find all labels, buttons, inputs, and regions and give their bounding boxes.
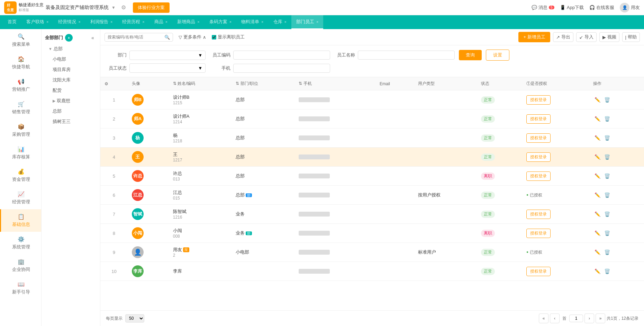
- dept-collapse-btn[interactable]: «: [89, 34, 97, 42]
- cell-auth[interactable]: 授权登录: [522, 224, 589, 243]
- phone-input[interactable]: [233, 64, 330, 73]
- edit-btn[interactable]: ✏️: [593, 249, 602, 256]
- set-btn[interactable]: 设置: [486, 50, 509, 61]
- search-input[interactable]: [108, 35, 163, 39]
- search-btn[interactable]: 查询: [459, 50, 482, 60]
- import-btn[interactable]: ↙ 导入: [576, 32, 597, 42]
- edit-btn[interactable]: ✏️: [593, 134, 602, 141]
- sidebar-item-management[interactable]: 📈 经营管理: [0, 187, 41, 209]
- prev-page-btn[interactable]: ‹: [550, 314, 560, 323]
- tab-operation[interactable]: 经营情况 ×: [53, 15, 85, 29]
- sidebar-item-guide[interactable]: 📖 新手引导: [0, 277, 41, 299]
- auth-login-btn[interactable]: 授权登录: [526, 267, 551, 276]
- dept-add-btn[interactable]: +: [65, 34, 73, 42]
- cell-auth[interactable]: 授权登录: [522, 129, 589, 148]
- gear-icon[interactable]: ⚙: [121, 4, 126, 11]
- delete-btn[interactable]: 🗑️: [603, 96, 611, 103]
- delete-btn[interactable]: 🗑️: [603, 249, 611, 256]
- page-number-input[interactable]: [569, 315, 583, 322]
- auth-login-btn[interactable]: 授权登录: [526, 95, 551, 105]
- delete-btn[interactable]: 🗑️: [603, 211, 611, 218]
- show-resigned-check[interactable]: 显示离职员工: [212, 34, 245, 40]
- help-btn[interactable]: | 帮助: [622, 32, 640, 42]
- dept-item-distribution[interactable]: 配货: [42, 85, 100, 96]
- th-dept[interactable]: ⇅ 部门/职位: [232, 77, 294, 90]
- add-employee-btn[interactable]: + 新增员工: [518, 32, 550, 42]
- emp-status-select[interactable]: ▼: [129, 63, 206, 73]
- cell-auth[interactable]: 授权登录: [522, 262, 589, 281]
- auth-login-btn[interactable]: 授权登录: [526, 171, 551, 181]
- edit-btn[interactable]: ✏️: [593, 115, 602, 122]
- edit-btn[interactable]: ✏️: [593, 268, 602, 275]
- tab-goods[interactable]: 商品 ×: [149, 15, 172, 29]
- sidebar-item-enterprise[interactable]: 🏢 企业协同: [0, 254, 41, 277]
- th-name[interactable]: ⇅ 姓名/编码: [169, 77, 232, 90]
- app-download-btn[interactable]: 📱 App下载: [560, 5, 584, 11]
- sidebar-item-finance[interactable]: 💰 资金管理: [0, 164, 41, 187]
- delete-btn[interactable]: 🗑️: [603, 230, 611, 237]
- dept-item-small-elec[interactable]: 小电部: [42, 54, 100, 64]
- tab-barcode[interactable]: 条码方案 ×: [205, 15, 236, 29]
- sidebar-item-purchase[interactable]: 📦 采购管理: [0, 119, 41, 142]
- edit-btn[interactable]: ✏️: [593, 230, 602, 237]
- sidebar-item-search[interactable]: 🔍 搜索菜单: [0, 29, 41, 52]
- emp-name-input[interactable]: [358, 51, 455, 60]
- tab-department[interactable]: 部门员工 ×: [291, 15, 323, 29]
- system-dropdown-arrow[interactable]: ▼: [111, 5, 116, 10]
- delete-btn[interactable]: 🗑️: [603, 134, 611, 141]
- delete-btn[interactable]: 🗑️: [603, 173, 611, 179]
- delete-btn[interactable]: 🗑️: [603, 115, 611, 122]
- auth-login-btn[interactable]: 授权登录: [526, 114, 551, 124]
- dept-item-project[interactable]: 项目库房: [42, 64, 100, 75]
- next-page-btn[interactable]: ›: [584, 314, 594, 323]
- cell-auth[interactable]: 授权登录: [522, 167, 589, 186]
- edit-btn[interactable]: ✏️: [593, 173, 602, 179]
- cell-auth[interactable]: 授权登录: [522, 109, 589, 129]
- export-btn[interactable]: ↗ 导出: [553, 32, 573, 42]
- message-btn[interactable]: 💬 消息 5: [532, 5, 554, 11]
- dept-item-general2[interactable]: 总部: [42, 106, 100, 116]
- dept-item-general[interactable]: ▼ 总部: [42, 44, 100, 54]
- tab-add-goods[interactable]: 新增商品 ×: [172, 15, 204, 29]
- delete-btn[interactable]: 🗑️: [603, 153, 611, 160]
- edit-btn[interactable]: ✏️: [593, 96, 602, 103]
- sidebar-item-quick-nav[interactable]: 🏠 快捷导航: [0, 52, 41, 74]
- edit-btn[interactable]: ✏️: [593, 192, 602, 199]
- last-page-btn[interactable]: »: [596, 314, 605, 323]
- cell-auth[interactable]: 授权登录: [522, 205, 589, 224]
- th-settings[interactable]: ⚙: [100, 77, 128, 90]
- tab-profit[interactable]: 利润报告 ×: [85, 15, 117, 29]
- auth-login-btn[interactable]: 授权登录: [526, 133, 551, 143]
- tab-material[interactable]: 物料清单 ×: [236, 15, 268, 29]
- auth-login-btn[interactable]: 授权登录: [526, 210, 551, 219]
- per-page-select[interactable]: 50 100 200: [125, 314, 144, 323]
- more-condition-btn[interactable]: ▽ 更多条件 ∧: [176, 33, 209, 42]
- cell-auth[interactable]: 授权登录: [522, 90, 589, 109]
- auth-login-btn[interactable]: 授权登录: [526, 152, 551, 162]
- dept-item-shenyang[interactable]: 沈阳大库: [42, 75, 100, 85]
- tab-home[interactable]: 首页: [3, 15, 21, 29]
- cell-auth[interactable]: 授权登录: [522, 148, 589, 167]
- dept-item-wang3[interactable]: 插树王三: [42, 116, 100, 127]
- edit-btn[interactable]: ✏️: [593, 211, 602, 218]
- first-page-btn[interactable]: «: [539, 314, 548, 323]
- delete-btn[interactable]: 🗑️: [603, 268, 611, 275]
- sidebar-item-basic[interactable]: 📋 基础信息: [0, 209, 41, 232]
- online-service-btn[interactable]: 🎧 在线客服: [589, 5, 614, 11]
- emp-code-input[interactable]: [233, 51, 330, 60]
- delete-btn[interactable]: 🗑️: [603, 192, 611, 199]
- edit-btn[interactable]: ✏️: [593, 153, 602, 160]
- dept-select[interactable]: ▼: [129, 51, 206, 60]
- user-avatar[interactable]: 👤 用友: [620, 3, 640, 12]
- tab-customer[interactable]: 客户联络 ×: [21, 15, 53, 29]
- auth-login-btn[interactable]: 授权登录: [526, 229, 551, 238]
- sidebar-item-system[interactable]: ⚙️ 系统管理: [0, 232, 41, 254]
- th-phone[interactable]: ⇅ 手机: [294, 77, 375, 90]
- tab-warehouse[interactable]: 仓库 ×: [269, 15, 291, 29]
- tab-history[interactable]: 经营历程 ×: [117, 15, 149, 29]
- dept-item-dual-dream[interactable]: ▶ 双鹿想: [42, 96, 100, 106]
- sidebar-item-inventory[interactable]: 📊 库存核算: [0, 142, 41, 164]
- trial-btn[interactable]: 体验行业方案: [133, 2, 170, 13]
- sidebar-item-sales[interactable]: 🛒 销售管理: [0, 97, 41, 119]
- view-btn[interactable]: ▶ 视频: [599, 32, 619, 42]
